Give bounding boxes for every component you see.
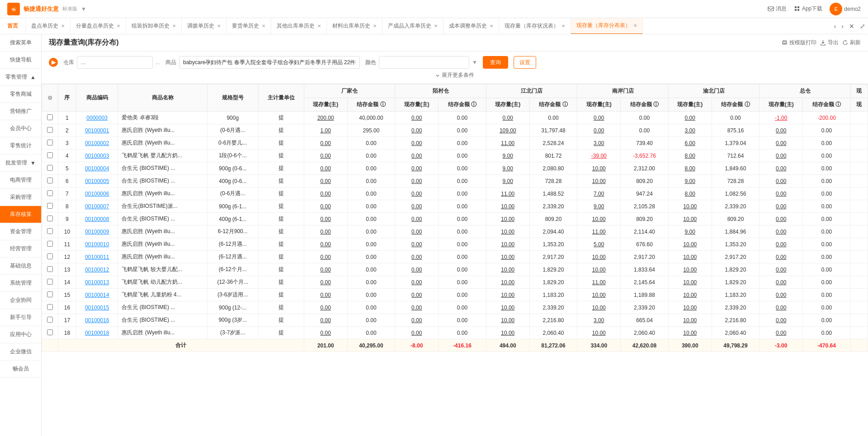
color-dropdown[interactable]: ▼ xyxy=(472,59,477,66)
close-tab-1[interactable]: ✕ xyxy=(117,23,120,28)
dropdown-arrow[interactable]: ▼ xyxy=(81,6,86,12)
tab-6[interactable]: 材料出库单历史 ✕ xyxy=(327,18,382,34)
sidebar-item-changhui[interactable]: 畅会员 xyxy=(0,361,41,377)
td-check[interactable] xyxy=(42,314,58,327)
row-checkbox[interactable] xyxy=(47,317,53,323)
sidebar-item-quicknav[interactable]: 快捷导航 xyxy=(0,52,41,68)
sidebar-item-enterprise[interactable]: 企业协同 xyxy=(0,292,41,309)
row-checkbox[interactable] xyxy=(47,152,53,158)
export-action[interactable]: 导出 xyxy=(820,39,839,47)
row-checkbox[interactable] xyxy=(47,165,53,171)
row-checkbox[interactable] xyxy=(47,241,53,247)
sidebar-item-retail-mall[interactable]: 零售商城 xyxy=(0,86,41,103)
sidebar-item-retail-mgmt[interactable]: 零售管理 ▲ xyxy=(0,69,41,85)
nav-close-all[interactable]: ✕ xyxy=(846,21,857,32)
sidebar-item-finance[interactable]: 资金管理 xyxy=(0,223,41,240)
msg-link[interactable]: 消息 xyxy=(768,5,787,13)
td-check[interactable] xyxy=(42,150,58,162)
row-checkbox[interactable] xyxy=(47,140,53,145)
warehouse-input[interactable] xyxy=(77,56,153,69)
td-check[interactable] xyxy=(42,251,58,263)
tab-8[interactable]: 成本调整单历史 ✕ xyxy=(443,18,499,34)
nav-prev[interactable]: ‹ xyxy=(831,21,839,32)
td-check[interactable] xyxy=(42,263,58,276)
nav-expand[interactable]: ⤢ xyxy=(857,21,868,32)
row-checkbox[interactable] xyxy=(47,228,53,234)
user-menu[interactable]: E demo2 xyxy=(830,3,861,15)
sidebar-item-system[interactable]: 系统管理 xyxy=(0,275,41,291)
close-tab-0[interactable]: ✕ xyxy=(61,23,65,28)
td-check[interactable] xyxy=(42,137,58,150)
sidebar-item-guide[interactable]: 新手引导 xyxy=(0,309,41,326)
close-tab-2[interactable]: ✕ xyxy=(172,23,176,28)
td-check[interactable] xyxy=(42,162,58,175)
sidebar-item-purchase[interactable]: 采购管理 xyxy=(0,189,41,206)
query-button[interactable]: 查询 xyxy=(483,56,508,69)
close-tab-3[interactable]: ✕ xyxy=(217,23,221,28)
sidebar-item-marketing[interactable]: 营销推广 xyxy=(0,103,41,120)
sidebar-item-ecommerce[interactable]: 电商管理 xyxy=(0,172,41,188)
row-checkbox[interactable] xyxy=(47,291,53,297)
row-checkbox[interactable] xyxy=(47,127,53,133)
refresh-action[interactable]: 刷新 xyxy=(842,39,861,47)
close-tab-7[interactable]: ✕ xyxy=(434,23,438,28)
th-gear[interactable]: ⚙ xyxy=(42,84,58,112)
row-checkbox[interactable] xyxy=(47,329,53,335)
td-check[interactable] xyxy=(42,200,58,213)
sidebar-item-wholesale[interactable]: 批发管理 ▼ xyxy=(0,155,41,171)
tab-1[interactable]: 分量盘点单历史 ✕ xyxy=(71,18,126,34)
row-checkbox[interactable] xyxy=(47,190,53,196)
settings-gear-icon[interactable]: ⚙ xyxy=(47,95,52,101)
row-checkbox[interactable] xyxy=(47,279,53,285)
sidebar-item-inventory[interactable]: 库存核算 xyxy=(0,206,41,223)
tab-4[interactable]: 要货单历史 ✕ xyxy=(226,18,271,34)
close-tab-6[interactable]: ✕ xyxy=(373,23,377,28)
sidebar-item-base[interactable]: 基础信息 xyxy=(0,258,41,274)
expand-btn[interactable]: 展开更多条件 xyxy=(435,71,474,79)
td-check[interactable] xyxy=(42,124,58,137)
sidebar-item-member[interactable]: 会员中心 xyxy=(0,120,41,137)
row-checkbox[interactable] xyxy=(47,253,53,259)
close-tab-4[interactable]: ✕ xyxy=(262,23,265,28)
close-tab-5[interactable]: ✕ xyxy=(317,23,321,28)
tab-9[interactable]: 现存量（库存状况表） ✕ xyxy=(499,18,571,34)
sidebar-item-retail-stats[interactable]: 零售统计 xyxy=(0,137,41,154)
td-check[interactable] xyxy=(42,301,58,314)
td-check[interactable] xyxy=(42,175,58,188)
td-check[interactable] xyxy=(42,213,58,225)
row-checkbox[interactable] xyxy=(47,203,53,209)
td-check[interactable] xyxy=(42,225,58,238)
app-link[interactable]: App下载 xyxy=(794,5,822,13)
tab-0[interactable]: 盘点单历史 ✕ xyxy=(26,18,71,34)
nav-next[interactable]: › xyxy=(839,21,846,32)
close-tab-9[interactable]: ✕ xyxy=(561,23,565,28)
sidebar-item-appcenter[interactable]: 应用中心 xyxy=(0,326,41,343)
tab-7[interactable]: 产成品入库单历史 ✕ xyxy=(382,18,443,34)
goods-input[interactable] xyxy=(179,56,360,69)
close-tab-10[interactable]: ✕ xyxy=(633,23,637,28)
row-checkbox[interactable] xyxy=(47,304,53,310)
td-check[interactable] xyxy=(42,276,58,289)
filter-toggle[interactable]: ▶ xyxy=(49,58,58,67)
td-check[interactable] xyxy=(42,112,58,124)
tab-5[interactable]: 其他出库单历史 ✕ xyxy=(271,18,327,34)
tab-2[interactable]: 组装拆卸单历史 ✕ xyxy=(126,18,182,34)
nav-home[interactable]: 首页 xyxy=(0,18,26,34)
tab-3[interactable]: 调拨单历史 ✕ xyxy=(182,18,226,34)
close-tab-8[interactable]: ✕ xyxy=(490,23,493,28)
color-input[interactable] xyxy=(379,56,469,69)
tab-10[interactable]: 现存量（库存分布表） ✕ xyxy=(571,18,643,34)
td-check[interactable] xyxy=(42,327,58,339)
row-checkbox[interactable] xyxy=(47,114,53,120)
row-checkbox[interactable] xyxy=(47,178,53,183)
sidebar-item-wechat[interactable]: 企业微信 xyxy=(0,343,41,360)
td-check[interactable] xyxy=(42,188,58,200)
sidebar-item-operations[interactable]: 经营管理 xyxy=(0,240,41,257)
row-checkbox[interactable] xyxy=(47,216,53,221)
td-check[interactable] xyxy=(42,289,58,301)
print-action[interactable]: 按模版打印 xyxy=(782,39,816,47)
row-checkbox[interactable] xyxy=(47,266,53,272)
td-check[interactable] xyxy=(42,238,58,251)
setting-button[interactable]: 设置 xyxy=(514,56,536,69)
sidebar-item-search[interactable]: 搜索英单 xyxy=(0,34,41,51)
